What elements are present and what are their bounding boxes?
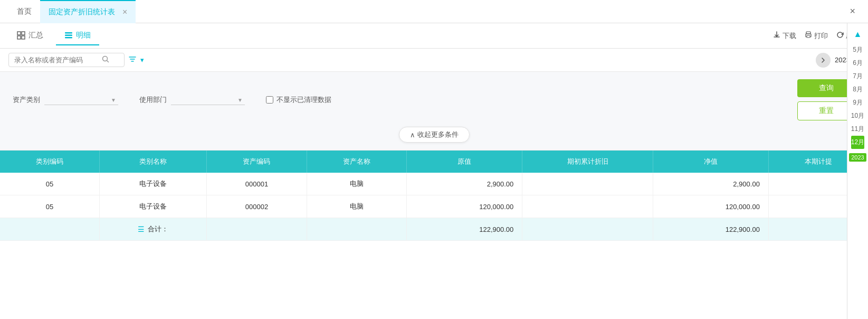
table-cell: 电子设备 xyxy=(100,195,207,218)
download-action[interactable]: 下载 xyxy=(773,31,796,41)
table-cell: 2,900.00 xyxy=(407,173,522,195)
dept-filter: 使用部门 xyxy=(139,95,245,105)
chevron-up-icon: ∧ xyxy=(410,131,415,139)
hide-cleared-checkbox-item[interactable]: 不显示已清理数据 xyxy=(266,95,331,105)
close-tab-button[interactable]: × xyxy=(122,7,127,17)
table-cell: 05 xyxy=(0,195,100,218)
total-label: 合计： xyxy=(148,224,168,234)
table-cell xyxy=(522,195,653,218)
sidebar-month-item[interactable]: 9月 xyxy=(851,96,864,109)
search-icon xyxy=(102,55,109,64)
detail-icon xyxy=(64,31,73,40)
table-cell: 000001 xyxy=(207,173,307,195)
svg-rect-4 xyxy=(65,32,72,34)
search-input[interactable] xyxy=(14,56,99,64)
year-badge: 2023 xyxy=(849,153,866,162)
total-cell: ☰合计： xyxy=(100,218,207,241)
col-accumulated-depreciation: 期初累计折旧 xyxy=(522,151,653,173)
asset-type-select-wrap[interactable] xyxy=(44,95,118,105)
tab-label: 固定资产折旧统计表 xyxy=(49,7,115,17)
assets-table: 类别编码 类别名称 资产编码 资产名称 原值 期初累计折旧 净值 本期计提 05… xyxy=(0,151,868,241)
table-row: 05电子设备000002电脑120,000.00120,000.00 xyxy=(0,195,868,218)
chevron-down-icon: ▾ xyxy=(140,56,144,64)
hide-cleared-checkbox[interactable] xyxy=(266,96,273,104)
filter-area: 资产类别 使用部门 不显示已清理数据 查询 重置 ∧ xyxy=(0,72,868,151)
table-row: 05电子设备000001电脑2,900.002,900.00 xyxy=(0,173,868,195)
tab-bar: 汇总 明细 下载 xyxy=(0,23,868,49)
total-cell: 122,900.00 xyxy=(653,218,769,241)
table-cell: 120,000.00 xyxy=(653,195,769,218)
table-cell: 电脑 xyxy=(307,195,407,218)
sidebar-month-item[interactable]: 7月 xyxy=(851,70,864,83)
table-body: 05电子设备000001电脑2,900.002,900.0005电子设备0000… xyxy=(0,173,868,241)
table-cell: 电子设备 xyxy=(100,173,207,195)
dept-label: 使用部门 xyxy=(139,95,167,105)
asset-type-filter: 资产类别 xyxy=(13,95,118,105)
sidebar-months-container: 5月6月7月8月9月10月11月12月 xyxy=(851,43,864,149)
fixed-assets-tab[interactable]: 固定资产折旧统计表 × xyxy=(40,0,136,23)
table-header-row: 类别编码 类别名称 资产编码 资产名称 原值 期初累计折旧 净值 本期计提 xyxy=(0,151,868,173)
right-arrow-button[interactable] xyxy=(816,53,831,68)
dept-select-wrap[interactable] xyxy=(171,95,245,105)
search-input-wrap[interactable] xyxy=(8,53,125,67)
collapse-button[interactable]: ∧ 收起更多条件 xyxy=(399,127,470,143)
total-row: ☰合计：122,900.00122,900.00 xyxy=(0,218,868,241)
print-label: 打印 xyxy=(814,31,828,41)
sidebar-month-item[interactable]: 6月 xyxy=(851,57,864,70)
col-net-value: 净值 xyxy=(653,151,769,173)
sidebar-month-item[interactable]: 11月 xyxy=(851,123,864,136)
collapse-row: ∧ 收起更多条件 xyxy=(13,127,855,143)
col-original-value: 原值 xyxy=(407,151,522,173)
sidebar-month-item[interactable]: 12月 xyxy=(851,136,864,149)
table-cell: 2,900.00 xyxy=(653,173,769,195)
total-cell xyxy=(522,218,653,241)
total-cell xyxy=(207,218,307,241)
table-wrap: 类别编码 类别名称 资产编码 资产名称 原值 期初累计折旧 净值 本期计提 05… xyxy=(0,151,868,319)
more-conditions-btn[interactable]: ▾ xyxy=(129,55,144,64)
table-cell: 120,000.00 xyxy=(407,195,522,218)
table-cell: 000002 xyxy=(207,195,307,218)
table-cell: 05 xyxy=(0,173,100,195)
svg-rect-3 xyxy=(22,36,25,39)
svg-rect-9 xyxy=(807,35,810,37)
download-label: 下载 xyxy=(783,31,796,41)
svg-rect-5 xyxy=(65,34,72,36)
filter-row: 资产类别 使用部门 不显示已清理数据 查询 重置 xyxy=(13,79,855,120)
refresh-icon xyxy=(836,31,844,40)
svg-rect-6 xyxy=(65,37,72,39)
home-nav-item[interactable]: 首页 xyxy=(8,0,40,23)
hide-cleared-label: 不显示已清理数据 xyxy=(276,95,331,105)
total-cell xyxy=(0,218,100,241)
tab-summary[interactable]: 汇总 xyxy=(8,26,52,45)
sidebar-nav-up[interactable]: ▲ xyxy=(852,27,864,41)
filter-icon xyxy=(129,55,136,64)
total-cell xyxy=(307,218,407,241)
asset-type-label: 资产类别 xyxy=(13,95,40,105)
table-cell xyxy=(522,173,653,195)
print-icon xyxy=(805,31,812,40)
download-icon xyxy=(773,31,780,40)
top-nav: 首页 固定资产折旧统计表 × × xyxy=(0,0,868,23)
print-action[interactable]: 打印 xyxy=(805,31,828,41)
svg-line-11 xyxy=(107,61,109,62)
sidebar-month-item[interactable]: 10月 xyxy=(851,109,864,123)
col-asset-code: 资产编码 xyxy=(207,151,307,173)
dept-select[interactable] xyxy=(171,95,245,105)
table-cell: 电脑 xyxy=(307,173,407,195)
sidebar-month-item[interactable]: 5月 xyxy=(851,43,864,57)
summary-label: 汇总 xyxy=(28,31,43,40)
summary-icon xyxy=(17,31,25,40)
svg-rect-1 xyxy=(22,32,25,35)
total-cell: 122,900.00 xyxy=(407,218,522,241)
col-category-name: 类别名称 xyxy=(100,151,207,173)
col-category-code: 类别编码 xyxy=(0,151,100,173)
asset-type-select[interactable] xyxy=(44,95,118,105)
search-bar: ▾ 2023.01 xyxy=(0,49,868,72)
right-sidebar: ▲ 5月6月7月8月9月10月11月12月 2023 xyxy=(847,23,868,319)
tab-detail[interactable]: 明细 xyxy=(56,26,99,45)
collapse-label: 收起更多条件 xyxy=(417,130,459,139)
col-asset-name: 资产名称 xyxy=(307,151,407,173)
detail-label: 明细 xyxy=(76,31,91,40)
sidebar-month-item[interactable]: 8月 xyxy=(851,83,864,96)
close-window-button[interactable]: × xyxy=(845,6,860,17)
